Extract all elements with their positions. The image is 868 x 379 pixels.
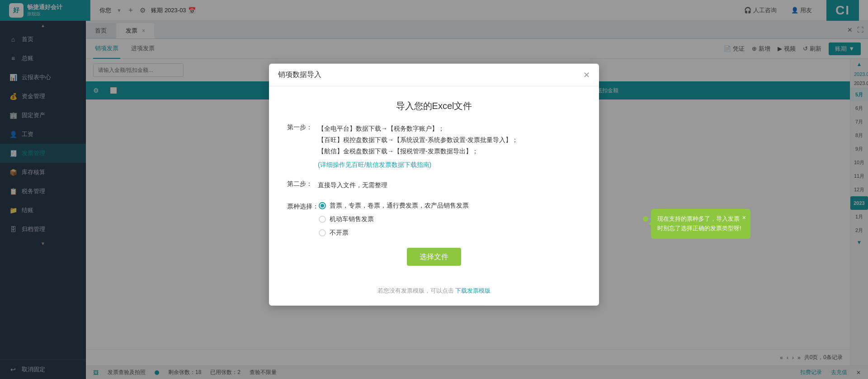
modal-title: 销项数据导入 (278, 70, 321, 80)
modal-footer: 若您没有发票模版，可以点击 下载发票模版 (269, 280, 599, 306)
tooltip-text: 现在支持的票种多了，导入发票时别忘了选择正确的发票类型呀! (657, 215, 741, 232)
radio-option-2[interactable]: 机动车销售发票 (319, 215, 469, 223)
step1-label: 第一步： (287, 123, 318, 171)
radio-label-1: 普票，专票，卷票，通行费发票，农产品销售发票 (330, 202, 469, 210)
radio-label-2: 机动车销售发票 (330, 215, 374, 223)
radio-circle-3 (319, 229, 326, 237)
tooltip-bubble: × 现在支持的票种多了，导入发票时别忘了选择正确的发票类型呀! (651, 209, 750, 239)
radio-option-3[interactable]: 不开票 (319, 229, 469, 237)
radio-option-1[interactable]: 普票，专票，卷票，通行费发票，农产品销售发票 (319, 202, 469, 210)
step1-content: 【全电平台】数据下载→【税务数字账户】； 【百旺】税控盘数据下载→【系统设置-系… (318, 123, 581, 171)
step1-guide-link[interactable]: (详细操作见百旺/航信发票数据下载指南) (318, 161, 431, 168)
step1-line-3: 【航信】金税盘数据下载→【报税管理-发票数据导出】； (318, 146, 581, 157)
tooltip-close-button[interactable]: × (742, 213, 746, 223)
modal-main-title: 导入您的Excel文件 (287, 100, 581, 112)
step1-link[interactable]: (详细操作见百旺/航信发票数据下载指南) (318, 159, 581, 170)
modal-header: 销项数据导入 ✕ (269, 64, 599, 86)
radio-inner-1 (321, 204, 324, 208)
radio-circle-2 (319, 216, 326, 223)
ticket-label: 票种选择： (287, 200, 319, 237)
step2-content: 直接导入文件，无需整理 (318, 180, 581, 191)
radio-group: 普票，专票，卷票，通行费发票，农产品销售发票 机动车销售发票 不开票 (319, 202, 469, 237)
radio-circle-1 (319, 202, 326, 209)
modal-step1: 第一步： 【全电平台】数据下载→【税务数字账户】； 【百旺】税控盘数据下载→【系… (287, 123, 581, 171)
radio-label-3: 不开票 (330, 229, 349, 237)
modal-close-button[interactable]: ✕ (583, 70, 590, 80)
select-file-button[interactable]: 选择文件 (407, 248, 461, 266)
download-template-link[interactable]: 下载发票模版 (455, 287, 491, 294)
modal-import: 销项数据导入 ✕ 导入您的Excel文件 第一步： 【全电平台】数据下载→【税务… (269, 64, 599, 306)
footer-text: 若您没有发票模版，可以点击 (377, 287, 454, 294)
modal-body: 导入您的Excel文件 第一步： 【全电平台】数据下载→【税务数字账户】； 【百… (269, 86, 599, 280)
step2-label: 第二步： (287, 180, 318, 191)
modal-ticket-select: 票种选择： 普票，专票，卷票，通行费发票，农产品销售发票 机动车销售发票 不开票 (287, 200, 581, 237)
step1-line-2: 【百旺】税控盘数据下载→【系统设置-系统参数设置-发票批量导入】； (318, 134, 581, 146)
modal-step2: 第二步： 直接导入文件，无需整理 (287, 180, 581, 191)
step1-line-1: 【全电平台】数据下载→【税务数字账户】； (318, 123, 581, 134)
tooltip-anchor-dot (643, 216, 648, 222)
